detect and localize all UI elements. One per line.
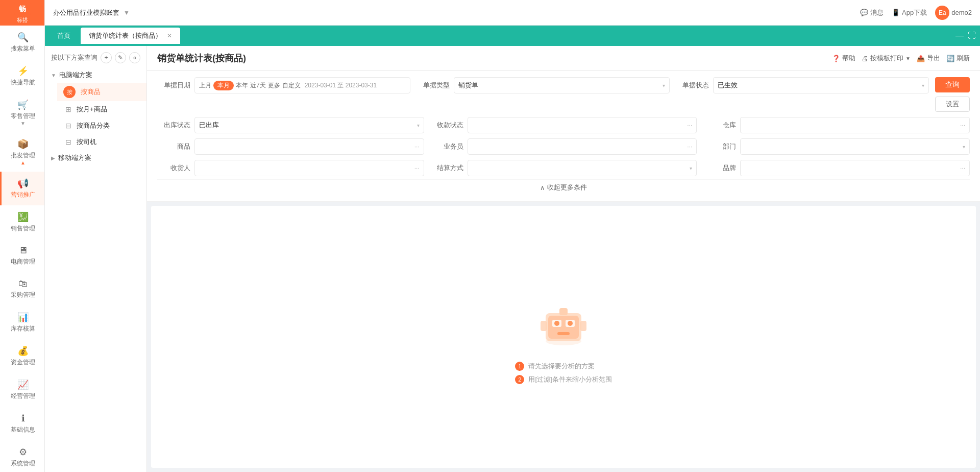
department-control[interactable]: ▾: [740, 138, 970, 155]
sidebar-item-system[interactable]: ⚙ 系统管理: [0, 440, 44, 472]
warehouse-control[interactable]: ···: [740, 117, 970, 133]
minimize-icon[interactable]: —: [955, 31, 964, 40]
sidebar-item-operations[interactable]: 📈 经营管理: [0, 373, 44, 407]
date-filter-control[interactable]: 上月 本月 本年 近7天 更多 自定义 2023-03-01 至 2023-03…: [194, 77, 410, 93]
system-icon: ⚙: [19, 446, 27, 458]
salesperson-more-icon: ···: [687, 143, 692, 150]
export-button[interactable]: 📤 导出: [917, 54, 940, 63]
payment-control[interactable]: ▾: [468, 160, 697, 176]
tree-item-by-product[interactable]: 按 按商品: [57, 83, 146, 101]
out-dropdown-icon: ▾: [417, 123, 420, 128]
add-scheme-button[interactable]: +: [101, 52, 112, 63]
out-status-control[interactable]: 已出库 ▾: [194, 117, 424, 133]
type-filter-control[interactable]: 销货单 ▾: [454, 77, 670, 93]
type-filter-label: 单据类型: [416, 81, 450, 90]
settings-button[interactable]: 设置: [935, 97, 970, 112]
this-year-btn[interactable]: 本年: [236, 81, 248, 90]
fullscreen-icon[interactable]: ⛶: [968, 31, 976, 40]
page-title: 销货单统计表(按商品): [157, 52, 246, 70]
type-filter-cell: 单据类型 销货单 ▾: [416, 77, 670, 93]
product-control[interactable]: ···: [194, 138, 424, 155]
inventory-icon: 📊: [17, 312, 29, 323]
company-name: 办公用品行业模拟账套: [53, 8, 119, 17]
tree-group-mobile[interactable]: ▶ 移动端方案: [45, 150, 146, 166]
sidebar-item-search[interactable]: 🔍 搜索菜单: [0, 26, 44, 59]
sidebar-item-sales[interactable]: 💹 销售管理: [0, 205, 44, 239]
print-icon: 🖨: [862, 55, 868, 62]
main-content: 办公用品行业模拟账套 ▼ 💬 消息 📱 App下载 Ea demo2 首页 销货…: [45, 0, 980, 472]
user-profile[interactable]: Ea demo2: [935, 6, 972, 20]
brand-more-icon: ···: [960, 164, 965, 172]
query-button[interactable]: 查询: [935, 77, 970, 92]
refresh-button[interactable]: 🔄 刷新: [946, 54, 970, 63]
tree-item-by-category[interactable]: ⊟ 按商品分类: [57, 117, 146, 134]
help-button[interactable]: ❓ 帮助: [832, 54, 855, 63]
main-right-panel: 销货单统计表(按商品) ❓ 帮助 🖨 按模板打印 ▼ 📤 导出: [147, 46, 980, 472]
svg-text:畅: 畅: [19, 5, 26, 13]
tree-group-label: 电脑端方案: [59, 70, 92, 80]
topnav-left: 办公用品行业模拟账套 ▼: [53, 8, 130, 17]
brand-cell: 品牌 ···: [703, 160, 970, 176]
payment-dropdown-icon: ▾: [690, 166, 692, 171]
brand-control[interactable]: ···: [740, 160, 970, 176]
type-dropdown-icon: ▾: [663, 83, 665, 88]
status-filter-control[interactable]: 已生效 ▾: [713, 77, 929, 93]
chevron-up-icon: ▲: [20, 160, 26, 166]
empty-illustration: [533, 290, 594, 351]
tip-num-1: 1: [515, 362, 524, 371]
app-download-icon: 📱: [892, 9, 900, 16]
tree-item-label: 按商品分类: [77, 121, 110, 130]
svg-rect-4: [548, 316, 579, 339]
svg-rect-11: [541, 321, 547, 331]
app-logo[interactable]: 畅 标搭: [0, 0, 44, 26]
print-button[interactable]: 🖨 按模板打印 ▼: [862, 54, 911, 63]
date-filter-cell: 单据日期 上月 本月 本年 近7天 更多 自定义 2023-03-01 至 20…: [157, 77, 410, 93]
more-date-btn[interactable]: 更多: [268, 81, 280, 90]
tab-home[interactable]: 首页: [49, 28, 79, 44]
retail-icon: 🛒: [17, 99, 29, 110]
svg-rect-12: [580, 321, 586, 331]
page-actions: ❓ 帮助 🖨 按模板打印 ▼ 📤 导出 🔄 刷新: [832, 54, 970, 69]
left-panel-title: 按以下方案查询: [51, 53, 97, 62]
sidebar-item-finance[interactable]: 💰 资金管理: [0, 339, 44, 373]
empty-tip-2: 2 用[过滤]条件来缩小分析范围: [515, 375, 611, 384]
tree-group-label: 移动端方案: [58, 153, 91, 162]
help-icon: ❓: [832, 55, 840, 62]
warehouse-more-icon: ···: [960, 122, 965, 129]
sidebar-item-ecommerce[interactable]: 🖥 电商管理: [0, 239, 44, 272]
tip-num-2: 2: [515, 375, 524, 384]
app-download-action[interactable]: 📱 App下载: [892, 8, 927, 17]
salesperson-control[interactable]: ···: [468, 138, 697, 155]
receiver-more-icon: ···: [414, 164, 420, 172]
logo-icon: 畅: [14, 2, 31, 15]
tree-item-by-month-product[interactable]: ⊞ 按月+商品: [57, 101, 146, 117]
sidebar-item-inventory[interactable]: 📊 库存核算: [0, 305, 44, 339]
ecommerce-icon: 🖥: [18, 245, 28, 256]
sidebar-item-quick-nav[interactable]: ⚡ 快捷导航: [0, 59, 44, 93]
sidebar-item-retail[interactable]: 🛒 零售管理 ▼: [0, 93, 44, 132]
collapse-more-button[interactable]: ∧ 收起更多条件: [157, 179, 970, 195]
out-status-cell: 出库状态 已出库 ▾: [157, 117, 424, 133]
tree-pc-children: 按 按商品 ⊞ 按月+商品 ⊟ 按商品分类 ⊟ 按司机: [45, 83, 146, 150]
this-month-btn[interactable]: 本月: [213, 81, 234, 90]
last-7days-btn[interactable]: 近7天: [250, 81, 266, 90]
custom-date-btn[interactable]: 自定义: [282, 81, 301, 90]
receiver-control[interactable]: ···: [194, 160, 424, 176]
sidebar-item-wholesale[interactable]: 📦 批发管理 ▲: [0, 132, 44, 172]
sidebar-item-marketing[interactable]: 📢 营销推广: [0, 172, 44, 205]
message-action[interactable]: 💬 消息: [860, 8, 884, 17]
tree-group-pc[interactable]: ▼ 电脑端方案: [45, 67, 146, 83]
tree-item-by-driver[interactable]: ⊟ 按司机: [57, 134, 146, 150]
edit-scheme-button[interactable]: ✎: [115, 52, 126, 63]
collapse-panel-button[interactable]: «: [129, 52, 140, 63]
close-tab-icon[interactable]: ✕: [167, 32, 172, 39]
sidebar-item-basic[interactable]: ℹ 基础信息: [0, 407, 44, 440]
collect-status-cell: 收款状态 ···: [430, 117, 697, 133]
sidebar-item-purchase[interactable]: 🛍 采购管理: [0, 272, 44, 305]
collect-status-control[interactable]: ···: [468, 117, 697, 133]
nav-dropdown-arrow[interactable]: ▼: [124, 9, 130, 16]
last-month-btn[interactable]: 上月: [199, 81, 211, 90]
brand-label: 品牌: [703, 163, 736, 173]
tab-sales-stat[interactable]: 销货单统计表（按商品） ✕: [81, 28, 180, 44]
message-icon: 💬: [860, 9, 868, 16]
